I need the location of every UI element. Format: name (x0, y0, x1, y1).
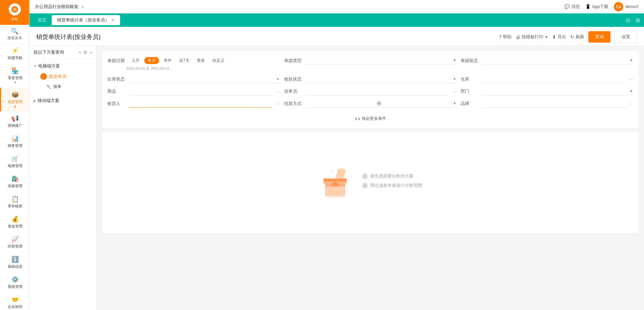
sidebar-logo: 畅 标账 (0, 0, 29, 25)
panel-icons: + ⚙ « (78, 50, 92, 55)
consignee-dots[interactable]: ··· (276, 101, 280, 106)
user-menu-button[interactable]: Ea demo2 (614, 2, 639, 11)
app-download-button[interactable]: 📱 App下载 (585, 4, 608, 10)
department-select[interactable]: ▼ (482, 88, 633, 95)
out-status-select[interactable]: ▼ (129, 75, 280, 83)
warehouse-dots[interactable]: ··· (629, 76, 633, 82)
tree-sub-label: 按单 (53, 84, 61, 90)
nav-text: 企业协同 (8, 304, 22, 309)
help-button[interactable]: ? 帮助 (499, 34, 512, 40)
logo-icon: 畅 (9, 3, 21, 15)
breadcrumb-text: 办公用品行业模拟账套 (35, 4, 78, 10)
date-label: 单据日期 (107, 58, 126, 64)
salesman-input[interactable] (306, 87, 449, 95)
print-label: 按模板打印 (522, 34, 543, 40)
top-header: 办公用品行业模拟账套 ∨ 💬 消息 📱 App下载 Ea demo2 (30, 0, 644, 13)
date-tab-last-month[interactable]: 上月 (129, 57, 142, 64)
nav-text: 资金管理 (8, 224, 22, 229)
sidebar-search[interactable]: 🔍 搜索菜单 (0, 25, 29, 44)
tree-group-mobile: ▶ 移动端方案 (30, 94, 96, 108)
filter-item-doc-type: 单据类型 ▼ (284, 57, 457, 64)
print-button[interactable]: 🖨 按模板打印 ▼ (516, 34, 548, 40)
date-tab-last-7-days[interactable]: 近7天 (176, 57, 192, 64)
consignee-input[interactable] (129, 100, 272, 108)
export-button[interactable]: ⬇ 导出 (552, 34, 566, 40)
nav-text: 销售管理 (8, 143, 22, 148)
doc-type-select[interactable]: ▼ (306, 57, 457, 64)
refresh-label: 刷新 (576, 34, 584, 40)
sidebar-item-dianshangguanli[interactable]: 🛒 电商管理 (0, 152, 29, 172)
dianshang-icon: 🛒 (11, 155, 19, 162)
clear-settlement[interactable]: ✕ (376, 101, 382, 106)
collapse-button[interactable]: ∧∧ 收起更多条件 (351, 114, 390, 123)
svg-text:✦: ✦ (342, 175, 345, 178)
tree-child-by-salesman[interactable]: ✓ 按业务员 (30, 71, 96, 82)
goods-label: 商品 (107, 88, 126, 94)
tab-minimize-button[interactable]: ⊟ (625, 16, 632, 25)
date-tab-more[interactable]: 更多 (194, 57, 208, 64)
clear-icon[interactable]: ✕ (376, 101, 382, 106)
sidebar-item-yingxiaotuguan[interactable]: 📢 营销推广 (0, 111, 29, 132)
doc-status-label: 单据状态 (461, 58, 479, 64)
settlement-label: 结算方式 (284, 101, 303, 107)
message-button[interactable]: 💬 消息 (565, 4, 580, 10)
tree-group-label: 移动端方案 (38, 98, 59, 104)
hint-item-1: 1 请先选择要分析的方案 (362, 173, 422, 179)
sidebar-item-lingshouguanli[interactable]: 🏪 零售管理 ▼ (0, 64, 29, 88)
collapse-panel-icon[interactable]: « (90, 50, 92, 55)
sidebar-item-caigouguanli[interactable]: 🛍️ 采购管理 (0, 172, 29, 192)
doc-status-select[interactable]: ▼ (482, 57, 633, 64)
pifa-icon: 📦 (11, 91, 19, 98)
salesman-dots[interactable]: ··· (453, 89, 457, 94)
tree-group-desktop: ▼ 电脑端方案 ✓ 按业务员 🔧 按单 (30, 59, 96, 94)
sidebar-item-xitongguanli[interactable]: ⚙️ 系统管理 (0, 272, 29, 293)
refresh-button[interactable]: ↻ 刷新 (570, 34, 584, 40)
page-header: 销货单统计表(按业务员) ? 帮助 🖨 按模板打印 ▼ ⬇ 导出 ↻ 刷新 查询… (30, 27, 644, 46)
goods-dots[interactable]: ··· (276, 89, 280, 94)
settings-button[interactable]: 设置 (614, 31, 637, 43)
filter-item-goods: 商品 ··· (107, 87, 280, 95)
nav-text: 电商管理 (8, 163, 22, 168)
warehouse-label: 仓库 (461, 76, 479, 82)
warehouse-input[interactable] (482, 75, 625, 83)
tab-close-icon[interactable]: ✕ (111, 18, 115, 22)
svg-rect-6 (323, 178, 347, 181)
sidebar-item-kucunhesuan[interactable]: 📋 库存核算 (0, 192, 29, 212)
sidebar-item-pifaguanli[interactable]: 📦 批发管理 ▲ (0, 88, 29, 111)
date-tab-this-month[interactable]: 本月 (144, 57, 159, 64)
tab-salesreport[interactable]: 销货单统计表（按业务员） ✕ (52, 15, 120, 25)
sidebar-item-zijinguanli[interactable]: 💰 资金管理 (0, 212, 29, 232)
brand-dots[interactable]: ··· (629, 101, 633, 106)
sidebar-item-jichuixinxi[interactable]: ℹ️ 基础信息 (0, 252, 29, 272)
department-dropdown-icon: ▼ (629, 89, 633, 94)
filter-row-3: 商品 ··· 业务员 ··· 部门 ▼ (107, 87, 633, 95)
tree-expand-icon: ▼ (34, 64, 37, 68)
payment-status-select[interactable]: ▼ (306, 75, 457, 83)
sidebar-item-xiaoshouguanli[interactable]: 📊 销售管理 (0, 132, 29, 152)
sidebar-item-qiyexietong[interactable]: 🤝 企业协同 (0, 293, 29, 310)
add-scheme-icon[interactable]: + (78, 50, 81, 55)
tab-home[interactable]: 首页 (32, 15, 52, 25)
goods-input[interactable] (129, 87, 272, 95)
tree-sub-by-order[interactable]: 🔧 按单 (30, 82, 96, 92)
query-button[interactable]: 查询 (588, 31, 610, 43)
export-icon: ⬇ (552, 34, 556, 40)
breadcrumb: 办公用品行业模拟账套 ∨ (35, 4, 84, 10)
expand-arrow: ▼ (13, 81, 17, 84)
tree-desktop-group[interactable]: ▼ 电脑端方案 (30, 61, 96, 71)
sidebar-item-jingyingguanli[interactable]: 📈 经营管理 (0, 232, 29, 252)
brand-input[interactable] (482, 100, 625, 108)
sidebar-item-kuaijiedaohang[interactable]: ⚡ 快捷导航 (0, 44, 29, 64)
collapse-label: 收起更多条件 (362, 116, 386, 121)
tree-mobile-group[interactable]: ▶ 移动端方案 (30, 96, 96, 106)
settlement-select[interactable]: ✕ ▼ (306, 99, 457, 108)
right-content: 单据日期 上月 本月 本年 近7天 更多 自定义 单据类型 (97, 46, 644, 310)
date-tab-custom[interactable]: 自定义 (210, 57, 227, 64)
scheme-settings-icon[interactable]: ⚙ (83, 50, 88, 55)
xitong-icon: ⚙️ (11, 276, 19, 283)
date-tab-this-year[interactable]: 本年 (161, 57, 174, 64)
export-label: 导出 (557, 34, 566, 40)
tab-maximize-button[interactable]: ⊞ (634, 16, 641, 25)
message-label: 消息 (571, 4, 580, 10)
svg-rect-7 (332, 183, 338, 187)
